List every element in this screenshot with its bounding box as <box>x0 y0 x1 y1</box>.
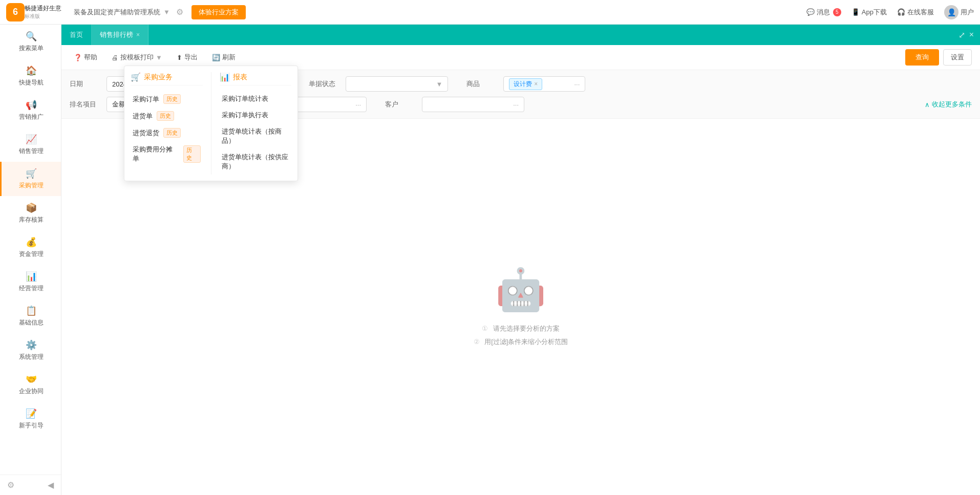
sidebar-item-guide[interactable]: 📝 新手引导 <box>0 402 61 436</box>
sidebar-label-operation: 经营管理 <box>19 284 44 293</box>
message-action[interactable]: 💬 消息 5 <box>806 8 841 17</box>
headset-icon: 🎧 <box>897 8 905 16</box>
sidebar-label-purchase: 采购管理 <box>19 181 44 190</box>
logo-sub-text: 标准版 <box>25 13 61 20</box>
sidebar-collapse-icon[interactable]: ◀ <box>48 480 54 490</box>
sidebar-item-search[interactable]: 🔍 搜索菜单 <box>0 25 61 59</box>
industry-btn[interactable]: 体验行业方案 <box>191 5 246 19</box>
customer-dots[interactable]: ··· <box>513 101 519 109</box>
return-label: 进货退货 <box>133 128 159 138</box>
app-container: 6 畅捷通好生意 标准版 装备及固定资产辅助管理系统 ▼ ⚙ 体验行业方案 💬 … <box>0 0 980 495</box>
dropdown-item-order-exec[interactable]: 采购订单执行表 <box>220 107 292 123</box>
dropdown-item-expense[interactable]: 采购费用分摊单 历史 <box>131 141 203 167</box>
tab-close-window-icon[interactable]: × <box>969 30 974 39</box>
finance-icon: 💰 <box>26 236 37 248</box>
refresh-icon: 🔄 <box>212 54 220 61</box>
search-icon: 🔍 <box>26 31 37 42</box>
inbound-history[interactable]: 历史 <box>157 111 174 121</box>
avatar: 👤 <box>944 5 958 19</box>
sidebar-item-operation[interactable]: 📊 经营管理 <box>0 265 61 299</box>
print-label: 按模板打印 <box>120 53 154 62</box>
help-label: 帮助 <box>84 53 97 62</box>
sidebar-item-inventory[interactable]: 📦 库存核算 <box>0 196 61 230</box>
sidebar-label-basic: 基础信息 <box>19 318 44 327</box>
export-icon: ⬆ <box>177 54 182 61</box>
content-area: 首页 销售排行榜 × ⤢ × ❓ 帮助 🖨 按模板 <box>61 25 980 495</box>
online-service-action[interactable]: 🎧 在线客服 <box>897 8 934 17</box>
goods-select[interactable]: 设计费 × ··· <box>503 76 585 92</box>
goods-dots[interactable]: ··· <box>574 80 580 88</box>
dot-2: ② <box>474 338 480 346</box>
sidebar: 🔍 搜索菜单 🏠 快捷导航 📢 营销推广 📈 销售管理 🛒 采购管理 📦 <box>0 25 61 495</box>
logo-main-text: 畅捷通好生意 <box>25 4 61 13</box>
logo-text-area: 畅捷通好生意 标准版 <box>25 4 61 20</box>
user-action[interactable]: 👤 用户 <box>944 5 974 19</box>
query-btn[interactable]: 查询 <box>905 49 939 66</box>
app-download-action[interactable]: 📱 App下载 <box>851 8 887 17</box>
system-title-area: 装备及固定资产辅助管理系统 ▼ <box>74 8 170 17</box>
sidebar-item-marketing[interactable]: 📢 营销推广 <box>0 93 61 127</box>
sidebar-item-basic[interactable]: 📋 基础信息 <box>0 299 61 333</box>
sidebar-label-marketing: 营销推广 <box>19 113 44 121</box>
message-badge: 5 <box>833 8 841 16</box>
dropdown-item-inbound[interactable]: 进货单 历史 <box>131 107 203 124</box>
title-dropdown-icon[interactable]: ▼ <box>163 8 170 16</box>
dropdown-item-inbound-supplier[interactable]: 进货单统计表（按供应商） <box>220 149 292 175</box>
operation-icon: 📊 <box>26 271 37 282</box>
dropdown-item-return[interactable]: 进货退货 历史 <box>131 124 203 141</box>
return-history[interactable]: 历史 <box>163 128 181 138</box>
inbound-goods-label: 进货单统计表（按商品） <box>222 127 290 145</box>
sidebar-label-sales: 销售管理 <box>19 147 44 156</box>
sidebar-label-nav: 快捷导航 <box>19 78 44 87</box>
user-label: 用户 <box>961 8 974 17</box>
report-section-icon: 📊 <box>220 72 230 82</box>
sidebar-item-purchase[interactable]: 🛒 采购管理 <box>0 162 61 196</box>
settings-icon[interactable]: ⚙ <box>176 7 183 17</box>
empty-text: ① 请先选择要分析的方案 ② 用[过滤]条件来缩小分析范围 <box>474 322 568 349</box>
customer-select[interactable]: ··· <box>422 97 524 112</box>
tab-close-icon[interactable]: × <box>136 31 140 38</box>
empty-tip-2: ② 用[过滤]条件来缩小分析范围 <box>474 335 568 349</box>
refresh-btn[interactable]: 🔄 刷新 <box>208 51 240 64</box>
status-down-icon: ▼ <box>436 80 442 88</box>
sidebar-label-guide: 新手引导 <box>19 421 44 430</box>
status-label: 单据状态 <box>309 79 337 89</box>
inbound-supplier-label: 进货单统计表（按供应商） <box>222 153 290 171</box>
online-service-label: 在线客服 <box>907 8 934 17</box>
collapse-btn[interactable]: ∧ 收起更多条件 <box>925 100 972 109</box>
tab-sales-rank-label: 销售排行榜 <box>100 30 133 39</box>
sidebar-item-enterprise[interactable]: 🤝 企业协同 <box>0 368 61 402</box>
goods-tag-close[interactable]: × <box>534 80 538 88</box>
expense-history[interactable]: 历史 <box>183 145 201 163</box>
tab-maximize-icon[interactable]: ⤢ <box>958 30 965 40</box>
main-wrapper: 🔍 搜索菜单 🏠 快捷导航 📢 营销推广 📈 销售管理 🛒 采购管理 📦 <box>0 25 980 495</box>
purchase-order-history[interactable]: 历史 <box>163 94 181 104</box>
message-label: 消息 <box>817 8 830 17</box>
help-btn[interactable]: ❓ 帮助 <box>70 51 101 64</box>
set-btn[interactable]: 设置 <box>943 49 972 66</box>
export-btn[interactable]: ⬆ 导出 <box>173 51 202 64</box>
customer-label: 客户 <box>385 100 414 109</box>
dropdown-item-purchase-order[interactable]: 采购订单 历史 <box>131 91 203 107</box>
sidebar-item-nav[interactable]: 🏠 快捷导航 <box>0 59 61 93</box>
sidebar-item-system[interactable]: ⚙️ 系统管理 <box>0 333 61 368</box>
inventory-icon: 📦 <box>26 202 37 213</box>
dropdown-item-inbound-goods[interactable]: 进货单统计表（按商品） <box>220 123 292 149</box>
sidebar-item-finance[interactable]: 💰 资金管理 <box>0 230 61 265</box>
purchase-icon: 🛒 <box>26 168 37 179</box>
sidebar-settings-icon[interactable]: ⚙ <box>7 480 14 490</box>
dropdown-divider <box>211 72 211 175</box>
tab-sales-rank[interactable]: 销售排行榜 × <box>92 25 148 45</box>
status-select[interactable]: ▼ <box>346 76 448 92</box>
sidebar-item-sales[interactable]: 📈 销售管理 <box>0 127 61 162</box>
dropdown-item-order-stat[interactable]: 采购订单统计表 <box>220 91 292 107</box>
enterprise-icon: 🤝 <box>26 374 37 385</box>
message-icon: 💬 <box>806 8 815 16</box>
tab-home[interactable]: 首页 <box>61 25 92 45</box>
rank-label: 排名项目 <box>70 100 98 109</box>
salesperson-dots[interactable]: ··· <box>355 101 361 109</box>
phone-icon: 📱 <box>851 8 860 16</box>
expense-label: 采购费用分摊单 <box>133 145 179 163</box>
print-btn[interactable]: 🖨 按模板打印 ▼ <box>108 51 166 64</box>
top-header: 6 畅捷通好生意 标准版 装备及固定资产辅助管理系统 ▼ ⚙ 体验行业方案 💬 … <box>0 0 980 25</box>
